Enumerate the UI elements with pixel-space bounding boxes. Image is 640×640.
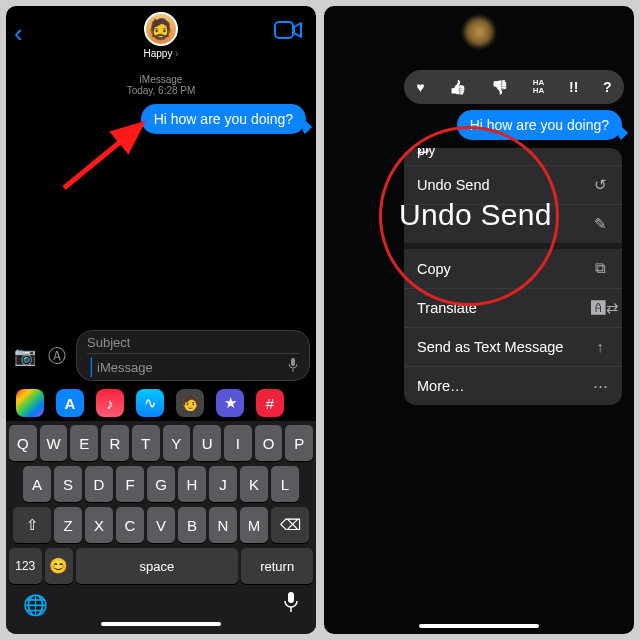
audio-app-icon[interactable]: ∿ — [136, 389, 164, 417]
thread-meta: iMessage Today, 6:28 PM — [6, 74, 316, 96]
home-indicator[interactable] — [419, 624, 539, 628]
key-x[interactable]: X — [85, 507, 113, 543]
key-emoji[interactable]: 😊 — [45, 548, 73, 584]
key-123[interactable]: 123 — [9, 548, 42, 584]
key-u[interactable]: U — [193, 425, 221, 461]
tapback-bar: ♥👍👎HA HA!!? — [404, 70, 624, 104]
back-button[interactable]: ‹ — [14, 18, 23, 49]
key-r[interactable]: R — [101, 425, 129, 461]
hashtag-app-icon[interactable]: # — [256, 389, 284, 417]
key-s[interactable]: S — [54, 466, 82, 502]
menu-icon: ↑ — [591, 339, 609, 355]
menu-item-reply[interactable]: ply ↩︎ — [404, 148, 622, 166]
stickers-app-icon[interactable]: ★ — [216, 389, 244, 417]
context-menu: ply ↩︎ Undo Send↺✎ Copy ⧉ Translate🅰⇄Sen… — [404, 148, 622, 405]
key-n[interactable]: N — [209, 507, 237, 543]
thread-time: Today, 6:28 PM — [6, 85, 316, 96]
key-t[interactable]: T — [132, 425, 160, 461]
annotation-label: Undo Send — [399, 198, 552, 232]
message-placeholder: iMessage — [97, 360, 153, 375]
copy-icon: ⧉ — [591, 260, 609, 277]
thread-label: iMessage — [6, 74, 316, 85]
navbar: ‹ 🧔 Happy — [6, 6, 316, 64]
menu-icon: 🅰⇄ — [591, 300, 609, 316]
sent-message-bubble[interactable]: Hi how are you doing? — [457, 110, 622, 140]
message-row: Hi how are you doing? — [6, 96, 316, 134]
key-j[interactable]: J — [209, 466, 237, 502]
text-caret: │ — [87, 358, 97, 375]
home-indicator[interactable] — [101, 622, 221, 626]
key-m[interactable]: M — [240, 507, 268, 543]
key-e[interactable]: E — [70, 425, 98, 461]
globe-icon[interactable]: 🌐 — [23, 593, 48, 617]
composer: 📷 Ⓐ Subject │iMessage — [6, 326, 316, 385]
tapback-👍[interactable]: 👍 — [449, 79, 466, 95]
tapback-👎[interactable]: 👎 — [491, 79, 508, 95]
menu-item-translate[interactable]: Translate🅰⇄ — [404, 289, 622, 328]
key-z[interactable]: Z — [54, 507, 82, 543]
reply-icon: ↩︎ — [417, 148, 609, 160]
photos-app-icon[interactable] — [16, 389, 44, 417]
svg-line-1 — [64, 124, 142, 188]
key-space[interactable]: space — [76, 548, 239, 584]
menu-icon: ⋯ — [591, 378, 609, 394]
tapback-HA HA[interactable]: HA HA — [533, 79, 545, 95]
menu-icon: ↺ — [591, 177, 609, 193]
keyboard: QWERTYUIOP ASDFGHJKL ⇧ZXCVBNM⌫ 123 😊 spa… — [6, 421, 316, 634]
key-w[interactable]: W — [40, 425, 68, 461]
menu-icon: ✎ — [591, 216, 609, 232]
key-c[interactable]: C — [116, 507, 144, 543]
key-l[interactable]: L — [271, 466, 299, 502]
dictate-icon[interactable] — [283, 591, 299, 618]
facetime-button[interactable] — [274, 20, 302, 44]
svg-rect-2 — [291, 358, 295, 366]
tapback-?[interactable]: ? — [603, 79, 612, 95]
camera-icon[interactable]: 📷 — [12, 345, 38, 367]
message-row: Hi how are you doing? — [324, 104, 634, 140]
subject-field[interactable]: Subject — [87, 335, 299, 354]
annotation-arrow — [64, 118, 154, 192]
right-phone: ♥👍👎HA HA!!? Hi how are you doing? ply ↩︎… — [324, 6, 634, 634]
appstore-icon[interactable]: Ⓐ — [44, 344, 70, 368]
key-i[interactable]: I — [224, 425, 252, 461]
app-strip: A ♪ ∿ 🧑 ★ # — [6, 385, 316, 421]
dictation-icon[interactable] — [287, 357, 299, 376]
key-a[interactable]: A — [23, 466, 51, 502]
key-⇧[interactable]: ⇧ — [13, 507, 51, 543]
key-o[interactable]: O — [255, 425, 283, 461]
contact-avatar-blurred — [464, 17, 494, 47]
contact-name[interactable]: Happy — [143, 48, 178, 59]
key-h[interactable]: H — [178, 466, 206, 502]
navbar-blurred — [324, 6, 634, 58]
key-k[interactable]: K — [240, 466, 268, 502]
menu-item-send-as-text-message[interactable]: Send as Text Message↑ — [404, 328, 622, 367]
key-f[interactable]: F — [116, 466, 144, 502]
key-b[interactable]: B — [178, 507, 206, 543]
key-return[interactable]: return — [241, 548, 313, 584]
key-y[interactable]: Y — [163, 425, 191, 461]
key-p[interactable]: P — [285, 425, 313, 461]
imessage-apps-icon[interactable]: A — [56, 389, 84, 417]
memoji-app-icon[interactable]: 🧑 — [176, 389, 204, 417]
svg-rect-4 — [288, 592, 294, 603]
tapback-!![interactable]: !! — [569, 79, 578, 95]
sent-message-bubble[interactable]: Hi how are you doing? — [141, 104, 306, 134]
key-d[interactable]: D — [85, 466, 113, 502]
message-input[interactable]: Subject │iMessage — [76, 330, 310, 381]
contact-avatar[interactable]: 🧔 — [144, 12, 178, 46]
music-app-icon[interactable]: ♪ — [96, 389, 124, 417]
left-phone: ‹ 🧔 Happy iMessage Today, 6:28 PM Hi how… — [6, 6, 316, 634]
menu-item-more-[interactable]: More…⋯ — [404, 367, 622, 405]
key-g[interactable]: G — [147, 466, 175, 502]
key-⌫[interactable]: ⌫ — [271, 507, 309, 543]
menu-item-copy[interactable]: Copy ⧉ — [404, 243, 622, 289]
tapback-♥[interactable]: ♥ — [416, 79, 424, 95]
svg-rect-0 — [275, 22, 293, 38]
key-q[interactable]: Q — [9, 425, 37, 461]
key-v[interactable]: V — [147, 507, 175, 543]
